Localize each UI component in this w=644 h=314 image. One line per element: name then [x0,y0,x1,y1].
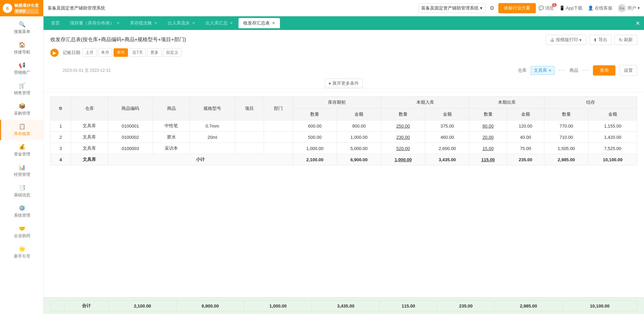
export-button[interactable]: ⬆ 导出 [589,35,612,45]
settings-col-icon[interactable]: ⚙ [59,106,63,111]
tab-recv-summary[interactable]: 收发存汇总表 ✕ [238,18,280,28]
sidebar-label-marketing: 营销推广 [14,70,30,76]
cell-code-3: 0100003 [108,143,153,154]
sidebar-item-collab[interactable]: 🤝 企业协同 [0,222,43,242]
sidebar-item-sales[interactable]: 🛒 销售管理 [0,79,43,99]
cell-subtotal-in-qty[interactable]: 1,000.00 [381,154,425,165]
sidebar-item-search[interactable]: 🔍 搜索菜单 [0,18,43,38]
sidebar-item-basic[interactable]: 📑 基础信息 [0,181,43,201]
tabbar-close-icon[interactable]: ✕ [634,19,641,28]
tab-close-recv-summary[interactable]: ✕ [272,21,275,26]
cell-project-3 [235,143,264,154]
cell-name-1: 中性笔 [153,120,190,132]
cell-no-2: 2 [51,132,71,143]
service-icon: 👤 [588,5,593,11]
refresh-button[interactable]: ↻ 刷新 [614,35,637,45]
sidebar-item-finance[interactable]: 💰 资金管理 [0,140,43,161]
tab-batch[interactable]: 库存批次账 ✕ [125,18,162,28]
cell-subtotal-close-amt: 10,100.00 [589,154,637,165]
warehouse-tag-close[interactable]: ✕ [548,68,551,73]
cell-open-qty-1: 600.00 [293,120,337,132]
sidebar-nav: 🔍 搜索菜单 🏠 快捷导航 📢 营销推广 🛒 销售管理 📦 采购管理 📋 库存核… [0,16,43,314]
sidebar-item-system[interactable]: ⚙️ 系统管理 [0,201,43,222]
cell-in-qty-2[interactable]: 230.00 [381,132,425,143]
system-select[interactable]: 装备及固定资产辅助管理系统 ▾ [418,3,485,13]
tab-close-stock-dist[interactable]: ✕ [116,21,120,26]
th-close-qty: 数量 [544,109,589,120]
sidebar-item-quick[interactable]: 🏠 快捷导航 [0,38,43,59]
date-btn-this-year[interactable]: 本年 [114,48,128,57]
cell-warehouse-1: 文具库 [71,120,108,132]
system-icon: ⚙️ [19,205,26,211]
date-btn-custom[interactable]: 自定义 [163,48,181,57]
cell-open-amt-3: 5,000.00 [337,143,381,154]
cell-open-qty-2: 500.00 [293,132,337,143]
settings-icon[interactable]: ⚙ [488,3,496,13]
footer-total-label: 合计 [64,301,109,311]
sidebar-item-operation[interactable]: 📊 经营管理 [0,161,43,181]
tab-close-batch[interactable]: ✕ [154,21,158,26]
date-btn-7days[interactable]: 近7天 [129,48,146,57]
template-print-button[interactable]: 🖨 按模版打印 ▾ [546,35,586,45]
message-btn[interactable]: 💬 消息 6 [539,5,554,11]
tab-close-summary[interactable]: ✕ [230,21,233,26]
cell-name-2: 胶水 [153,132,190,143]
cell-subtotal-out-amt: 235.00 [507,154,544,165]
th-close-group: 结存 [544,97,637,109]
cell-project-2 [235,132,264,143]
date-btn-this-month[interactable]: 本月 [98,48,112,57]
tab-home[interactable]: 首页 [46,18,65,28]
cell-out-qty-2[interactable]: 20.00 [469,132,507,143]
cell-out-qty-1[interactable]: 80.00 [469,120,507,132]
cell-subtotal-out-qty[interactable]: 115.00 [469,154,507,165]
cell-subtotal-in-amt: 3,435.00 [425,154,469,165]
cell-warehouse-2: 文具库 [71,132,108,143]
tab-close-flow[interactable]: ✕ [192,21,195,26]
sidebar-item-purchase[interactable]: 📦 采购管理 [0,99,43,120]
download-icon: 📱 [559,5,565,11]
tab-summary[interactable]: 出入库汇总 ✕ [201,18,238,28]
sidebar: 6 畅捷通好生意 标准版 🔍 搜索菜单 🏠 快捷导航 📢 营销推广 🛒 销售管理… [0,0,44,314]
warehouse-ellipsis[interactable]: ··· [559,67,565,73]
cell-out-qty-3[interactable]: 15.00 [469,143,507,154]
sidebar-item-marketing[interactable]: 📢 营销推广 [0,59,43,79]
goods-ellipsis[interactable]: ··· [582,67,589,73]
query-button[interactable]: 查询 [593,65,615,76]
expand-conditions-button[interactable]: ▾ 展开更多条件 [325,79,363,88]
setting-button[interactable]: 设置 [620,65,637,76]
user-menu[interactable]: Ea 用户 ▾ [618,4,640,12]
date-btn-last-month[interactable]: 上月 [82,48,97,57]
basic-icon: 📑 [19,184,26,191]
sidebar-item-guide[interactable]: 🌟 新手引导 [0,242,43,263]
finance-icon: 💰 [19,144,26,150]
cell-out-amt-3: 75.00 [507,143,544,154]
cell-spec-2: 20ml [190,132,235,143]
online-service-btn[interactable]: 👤 在线客服 [588,5,612,11]
sidebar-label-guide: 新手引导 [14,253,30,259]
data-table: ⚙ 仓库 商品编码 商品 规格型号 项目 部门 库存期初 本期入库 本期出库 结… [50,96,637,165]
cell-dept-3 [264,143,293,154]
cell-no-1: 1 [51,120,71,132]
goods-label: 商品 [569,67,578,73]
filter-collapse-button[interactable]: ▶ [50,49,59,57]
sidebar-label-operation: 经营管理 [14,172,30,178]
tab-flow[interactable]: 出入库流水 ✕ [163,18,200,28]
expand-icon: ▾ [329,81,331,86]
th-out-amt: 金额 [507,109,544,120]
message-icon: 💬 [539,5,544,11]
purchase-icon: 📦 [19,103,26,109]
app-download-btn[interactable]: 📱 App下载 [559,5,582,11]
cell-in-qty-1[interactable]: 250.00 [381,120,425,132]
tab-stock-dist[interactable]: 现存量（库存分布表） ✕ [65,18,125,28]
trial-button[interactable]: 体验行业方案 [498,3,536,13]
cell-open-amt-2: 1,000.00 [337,132,381,143]
th-goods-code: 商品编码 [108,97,153,120]
th-in-amt: 金额 [425,109,469,120]
th-in-qty: 数量 [381,109,425,120]
cell-in-qty-3[interactable]: 520.00 [381,143,425,154]
header-actions: 🖨 按模版打印 ▾ ⬆ 导出 ↻ 刷新 [546,35,637,45]
sidebar-item-inventory[interactable]: 📋 库存核算 [0,120,43,140]
date-btn-more[interactable]: 更多 [147,48,162,57]
table-subtotal-row: 4 文具库 小计 2,100.00 6,900.00 1,000.00 3,43… [51,154,637,165]
cell-open-amt-1: 900.00 [337,120,381,132]
